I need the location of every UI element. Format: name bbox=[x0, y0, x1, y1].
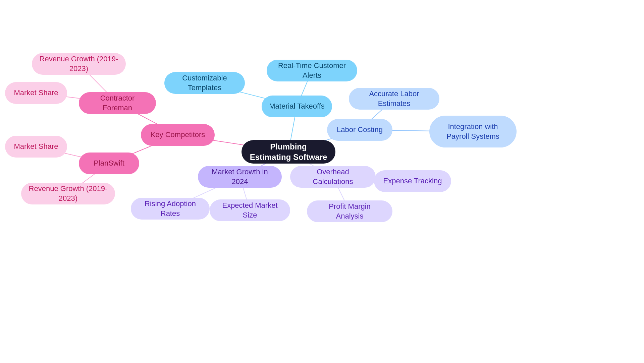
integration-payroll-node[interactable]: Integration with Payroll Systems bbox=[429, 116, 517, 147]
contractor-foreman-node[interactable]: Contractor Foreman bbox=[79, 92, 156, 114]
revenue-growth-2-node[interactable]: Revenue Growth (2019-2023) bbox=[21, 183, 115, 204]
labor-costing-node[interactable]: Labor Costing bbox=[327, 119, 392, 141]
overhead-calc-node[interactable]: Overhead Calculations bbox=[290, 166, 376, 188]
profit-margin-node[interactable]: Profit Margin Analysis bbox=[307, 200, 392, 222]
center-node[interactable]: Plumbing Estimating Software bbox=[241, 140, 335, 164]
customizable-templates-node[interactable]: Customizable Templates bbox=[164, 72, 245, 94]
market-share-2-node[interactable]: Market Share bbox=[5, 136, 67, 158]
key-competitors-node[interactable]: Key Competitors bbox=[141, 124, 215, 146]
expense-tracking-node[interactable]: Expense Tracking bbox=[374, 170, 451, 192]
planswift-node[interactable]: PlanSwift bbox=[79, 153, 139, 174]
real-time-alerts-node[interactable]: Real-Time Customer Alerts bbox=[267, 60, 357, 81]
revenue-growth-1-node[interactable]: Revenue Growth (2019-2023) bbox=[32, 53, 126, 75]
market-growth-node[interactable]: Market Growth in 2024 bbox=[198, 166, 282, 188]
accurate-labor-node[interactable]: Accurate Labor Estimates bbox=[349, 88, 439, 110]
expected-market-node[interactable]: Expected Market Size bbox=[210, 199, 290, 221]
rising-adoption-node[interactable]: Rising Adoption Rates bbox=[131, 198, 210, 220]
market-share-1-node[interactable]: Market Share bbox=[5, 82, 67, 104]
material-takeoffs-node[interactable]: Material Takeoffs bbox=[262, 96, 332, 117]
mindmap-container: Plumbing Estimating SoftwareKey Competit… bbox=[0, 0, 644, 363]
